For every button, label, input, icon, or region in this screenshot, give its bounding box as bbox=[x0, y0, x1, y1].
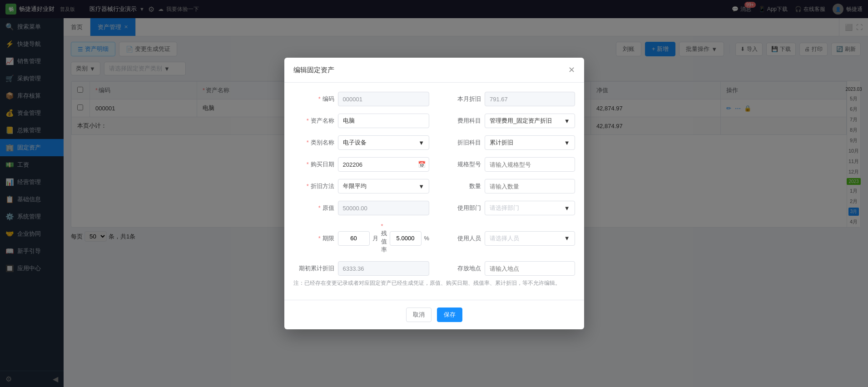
form-item-storage: 存放地点 bbox=[440, 261, 575, 276]
expense-chevron-icon: ▼ bbox=[564, 118, 570, 124]
purchase-date-wrapper: 📅 bbox=[338, 157, 430, 172]
residual-rate-label: * 残值率 bbox=[381, 223, 387, 254]
period-unit: 月 bbox=[372, 234, 378, 243]
user-placeholder: 请选择人员 bbox=[490, 234, 519, 243]
form-item-quantity: 数量 bbox=[440, 179, 575, 194]
user-chevron-icon: ▼ bbox=[564, 235, 570, 242]
department-placeholder: 请选择部门 bbox=[490, 204, 519, 212]
form-item-period: * 期限 月 * 残值率 % bbox=[293, 223, 430, 254]
modal-title: 编辑固定资产 bbox=[293, 66, 334, 74]
spec-model-label: 规格型号 bbox=[440, 160, 481, 169]
form-item-spec-model: 规格型号 bbox=[440, 157, 575, 172]
form-item-category: * 类别名称 电子设备 ▼ bbox=[293, 135, 430, 150]
period-input[interactable] bbox=[338, 231, 370, 246]
department-select[interactable]: 请选择部门 ▼ bbox=[485, 201, 575, 215]
original-value-label: * 原值 bbox=[293, 204, 334, 212]
dep-subject-label: 折旧科目 bbox=[440, 139, 481, 147]
init-cum-dep-label: 期初累计折旧 bbox=[293, 264, 334, 273]
purchase-date-input[interactable] bbox=[338, 157, 430, 172]
form-item-original-value: * 原值 bbox=[293, 201, 430, 215]
category-chevron-icon: ▼ bbox=[418, 139, 424, 146]
form-item-department: 使用部门 请选择部门 ▼ bbox=[440, 201, 575, 215]
modal-body: * 编码 本月折旧 * 资产名称 费用科目 管理费用_固定资产折 bbox=[284, 83, 584, 300]
dep-method-chevron-icon: ▼ bbox=[418, 183, 424, 190]
dep-subject-value: 累计折旧 bbox=[490, 139, 513, 147]
dep-subject-select[interactable]: 累计折旧 ▼ bbox=[485, 135, 575, 150]
form-item-dep-subject: 折旧科目 累计折旧 ▼ bbox=[440, 135, 575, 150]
storage-label: 存放地点 bbox=[440, 264, 481, 273]
form-item-code: * 编码 bbox=[293, 92, 430, 106]
dep-method-value: 年限平均 bbox=[343, 182, 367, 190]
expense-subject-label: 费用科目 bbox=[440, 117, 481, 125]
dep-method-select[interactable]: 年限平均 ▼ bbox=[338, 179, 430, 194]
category-value: 电子设备 bbox=[343, 139, 367, 147]
code-label: * 编码 bbox=[293, 95, 334, 103]
quantity-input[interactable] bbox=[485, 179, 575, 194]
modal-footer: 取消 保存 bbox=[284, 300, 584, 329]
monthly-dep-label: 本月折旧 bbox=[440, 95, 481, 103]
expense-subject-value: 管理费用_固定资产折旧 bbox=[490, 117, 552, 125]
asset-name-input[interactable] bbox=[338, 114, 430, 128]
init-cum-dep-input[interactable] bbox=[338, 261, 430, 276]
dep-subject-chevron-icon: ▼ bbox=[564, 139, 570, 146]
form-item-expense-subject: 费用科目 管理费用_固定资产折旧 ▼ bbox=[440, 114, 575, 128]
category-label: * 类别名称 bbox=[293, 139, 334, 147]
form-item-init-cum-dep: 期初累计折旧 bbox=[293, 261, 430, 276]
period-wrapper: 月 * 残值率 % bbox=[338, 223, 430, 254]
original-value-input[interactable] bbox=[338, 201, 430, 215]
save-button[interactable]: 保存 bbox=[437, 308, 462, 322]
user-label: 使用人员 bbox=[440, 234, 481, 243]
expense-subject-select[interactable]: 管理费用_固定资产折旧 ▼ bbox=[485, 114, 575, 128]
monthly-dep-input[interactable] bbox=[485, 92, 575, 106]
edit-asset-modal: 编辑固定资产 ✕ * 编码 本月折旧 * 资产名称 bbox=[284, 58, 584, 329]
form-item-user: 使用人员 请选择人员 ▼ bbox=[440, 223, 575, 254]
dep-method-label: * 折旧方法 bbox=[293, 182, 334, 190]
category-select[interactable]: 电子设备 ▼ bbox=[338, 135, 430, 150]
modal-header: 编辑固定资产 ✕ bbox=[284, 58, 584, 83]
user-select[interactable]: 请选择人员 ▼ bbox=[485, 231, 575, 246]
residual-rate-input[interactable] bbox=[390, 231, 422, 246]
form-item-dep-method: * 折旧方法 年限平均 ▼ bbox=[293, 179, 430, 194]
residual-rate-unit: % bbox=[424, 235, 430, 242]
quantity-label: 数量 bbox=[440, 182, 481, 190]
department-label: 使用部门 bbox=[440, 204, 481, 212]
period-label: * 期限 bbox=[293, 234, 334, 243]
modal-note: 注：已经存在变更记录或者对应固定资产已经生成凭证，原值、购买日期、残值率、累计折… bbox=[293, 276, 575, 291]
asset-name-label: * 资产名称 bbox=[293, 117, 334, 125]
storage-input[interactable] bbox=[485, 261, 575, 276]
modal-close-btn[interactable]: ✕ bbox=[568, 65, 575, 75]
form-item-asset-name: * 资产名称 bbox=[293, 114, 430, 128]
modal-overlay[interactable]: 编辑固定资产 ✕ * 编码 本月折旧 * 资产名称 bbox=[0, 0, 868, 387]
cancel-button[interactable]: 取消 bbox=[406, 308, 432, 322]
form-item-purchase-date: * 购买日期 📅 bbox=[293, 157, 430, 172]
code-input[interactable] bbox=[338, 92, 430, 106]
calendar-icon[interactable]: 📅 bbox=[418, 161, 426, 168]
form-item-monthly-dep: 本月折旧 bbox=[440, 92, 575, 106]
spec-model-input[interactable] bbox=[485, 157, 575, 172]
form-grid: * 编码 本月折旧 * 资产名称 费用科目 管理费用_固定资产折 bbox=[293, 92, 575, 276]
dept-chevron-icon: ▼ bbox=[564, 205, 570, 212]
purchase-date-label: * 购买日期 bbox=[293, 160, 334, 169]
